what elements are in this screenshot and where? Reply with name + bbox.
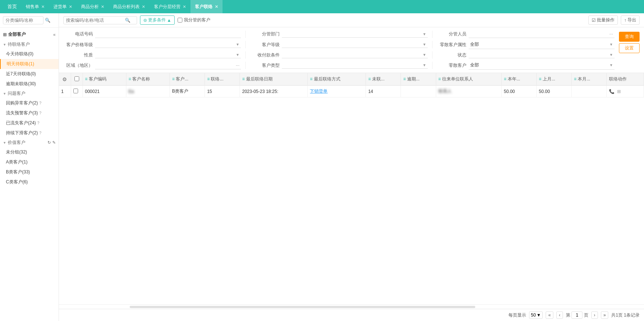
sidebar-item-7days-pending[interactable]: 近7天待联络(0) — [0, 69, 59, 79]
sidebar-item-overdue-pending[interactable]: 逾期未联络(30) — [0, 79, 59, 89]
retail-attr-select[interactable]: 全部 ▼ — [469, 40, 615, 49]
sidebar-item-churned[interactable]: 已流失客户(24) ? — [0, 118, 59, 128]
cust-grade-select[interactable]: ▼ — [282, 41, 428, 48]
export-button[interactable]: ↑ 导出 — [621, 15, 640, 25]
price-grade-select[interactable]: ▼ — [95, 41, 241, 48]
th-last-contact-method: ≡ 最后联络方式 — [308, 73, 366, 86]
phone-action-icon[interactable]: 📞 — [609, 89, 615, 94]
close-icon[interactable]: ✕ — [69, 4, 72, 9]
collapse-icon[interactable]: « — [53, 32, 56, 37]
divider — [245, 41, 246, 48]
search-button[interactable]: 🔍 — [125, 18, 130, 23]
settings-button[interactable]: 设置 — [619, 43, 640, 53]
sidebar-group-value[interactable]: 价值客户 ↻ ✎ — [0, 138, 59, 147]
filter-cell-region: 区域（地区） ··· — [63, 62, 241, 69]
close-icon[interactable]: ✕ — [41, 4, 45, 9]
nav-home[interactable]: 首页 — [3, 0, 21, 13]
cust-type-select[interactable]: ▼ — [282, 62, 428, 69]
nav-purchase[interactable]: 进货单 ✕ — [49, 0, 77, 13]
sidebar-item-tomorrow-pending[interactable]: 明天待联络(1) — [0, 59, 59, 69]
top-navigation: 首页 销售单 ✕ 进货单 ✕ 商品分析 ✕ 商品分析列表 ✕ 客户分层经营 ✕ … — [0, 0, 644, 13]
cust-grade-label: 客户等级 — [250, 42, 280, 48]
close-icon[interactable]: ✕ — [142, 4, 145, 9]
sidebar-all-customers[interactable]: ⊞ 全部客户 « — [0, 29, 59, 40]
refresh-icon[interactable]: ↻ — [48, 140, 51, 145]
dept-select[interactable]: ▼ — [282, 31, 428, 38]
th-last-month: ≡ 上月... — [536, 73, 571, 86]
page-number-input[interactable] — [571, 311, 582, 319]
person-select[interactable]: ··· — [469, 30, 615, 38]
sidebar-group-problem[interactable]: 问题客户 — [0, 89, 59, 98]
my-customers-checkbox[interactable]: 我分管的客户 — [178, 17, 210, 23]
edit-value-icon[interactable]: ✎ — [52, 140, 56, 145]
select-all-check[interactable] — [74, 76, 79, 81]
retail-cust-select[interactable]: 全部 ▼ — [469, 61, 615, 70]
th-last-contact-date: ≡ 最后联络日期 — [240, 73, 308, 86]
sidebar-item-today-pending[interactable]: 今天待联络(0) — [0, 49, 59, 59]
nav-product-analysis[interactable]: 商品分析 ✕ — [77, 0, 109, 13]
td-last-contact-date: 2023-05-23 18:25: — [240, 86, 308, 97]
search-input[interactable] — [66, 18, 125, 23]
sidebar-search-icon[interactable]: 🔍 — [45, 18, 50, 23]
chevron-down-icon: ▼ — [536, 313, 541, 318]
my-customers-check[interactable] — [178, 18, 182, 23]
retail-attr-label: 零散客户属性 — [437, 42, 466, 48]
nav-customer-contact[interactable]: 客户联络 ✕ — [190, 0, 223, 13]
filter-cell-nature: 性质 ▼ — [63, 52, 241, 58]
close-icon[interactable]: ✕ — [183, 4, 186, 9]
sidebar-item-repurchase-abnormal[interactable]: 回购异常客户(2) ? — [0, 98, 59, 108]
payment-select[interactable]: ▼ — [282, 52, 428, 58]
sidebar-group-pending[interactable]: 待联络客户 — [0, 40, 59, 49]
status-select[interactable]: ▼ — [469, 52, 615, 58]
status-label: 状态 — [437, 52, 466, 58]
filter-cell-phone: 电话号码 — [63, 30, 241, 38]
nav-sales[interactable]: 销售单 ✕ — [21, 0, 49, 13]
th-settings[interactable]: ⚙ — [59, 73, 71, 86]
gear-icon: ⚙ — [62, 76, 67, 82]
filter-bar: 🔍 ⊜ 更多条件 ▲ 我分管的客户 ☑ 批量操作 ↑ 导出 — [59, 13, 644, 27]
filter-cell-retail-attr: 零散客户属性 全部 ▼ — [437, 40, 615, 49]
th-contact-count: ≡ 联络... — [205, 73, 240, 86]
batch-ops-button[interactable]: ☑ 批量操作 — [588, 15, 618, 25]
phone-input[interactable] — [95, 30, 241, 38]
row-check[interactable] — [73, 89, 78, 93]
customer-table: ⚙ ≡ 客户编码 ≡ 客户名称 ≡ 客户... ≡ 联络... ≡ 最后联络日期… — [59, 73, 644, 97]
prev-page-button[interactable]: ‹ — [556, 311, 563, 319]
sidebar-item-declining[interactable]: 持续下滑客户(2) ? — [0, 128, 59, 138]
nav-product-analysis-list[interactable]: 商品分析列表 ✕ — [109, 0, 150, 13]
close-icon[interactable]: ✕ — [101, 4, 104, 9]
divider — [245, 51, 246, 59]
dots-icon[interactable]: ··· — [609, 31, 613, 37]
sidebar-item-class-b[interactable]: B类客户(33) — [0, 167, 59, 177]
next-page-button[interactable]: › — [591, 311, 598, 319]
horizontal-scrollbar[interactable] — [130, 306, 475, 308]
page-size-select[interactable]: 50 ▼ — [529, 311, 543, 319]
region-select[interactable]: ··· — [95, 62, 241, 69]
phone-label: 电话号码 — [63, 31, 93, 37]
divider — [432, 41, 433, 48]
last-contact-link[interactable]: 下销货单 — [310, 89, 328, 94]
sidebar-item-class-a[interactable]: A类客户(1) — [0, 157, 59, 167]
last-page-button[interactable]: » — [601, 311, 609, 319]
dots-icon[interactable]: ··· — [236, 63, 239, 68]
sidebar-item-churn-warning[interactable]: 流失预警客户(3) ? — [0, 108, 59, 118]
grid-action-icon[interactable]: ⊞ — [617, 89, 621, 94]
query-button[interactable]: 查询 — [619, 32, 640, 42]
chevron-down-icon: ▼ — [423, 53, 426, 57]
first-page-button[interactable]: « — [546, 311, 553, 319]
nav-customer-tier[interactable]: 客户分层经营 ✕ — [150, 0, 190, 13]
chevron-down-icon: ▼ — [609, 63, 613, 67]
nature-label: 性质 — [63, 52, 93, 58]
sidebar-item-class-c[interactable]: C类客户(6) — [0, 177, 59, 187]
nature-select[interactable]: ▼ — [95, 52, 241, 58]
dept-label: 分管部门 — [250, 31, 280, 37]
more-conditions-button[interactable]: ⊜ 更多条件 ▲ — [140, 15, 175, 25]
retail-cust-value: 全部 — [470, 62, 479, 68]
table-header-row: ⚙ ≡ 客户编码 ≡ 客户名称 ≡ 客户... ≡ 联络... ≡ 最后联络日期… — [59, 73, 644, 86]
retail-cust-label: 零散客户 — [437, 62, 466, 69]
close-icon[interactable]: ✕ — [215, 4, 218, 9]
th-code: ≡ 客户编码 — [83, 73, 126, 86]
sidebar-search-input[interactable] — [3, 16, 43, 24]
question-icon: ? — [37, 121, 39, 125]
sidebar-item-ungrouped[interactable]: 未分组(32) — [0, 147, 59, 157]
